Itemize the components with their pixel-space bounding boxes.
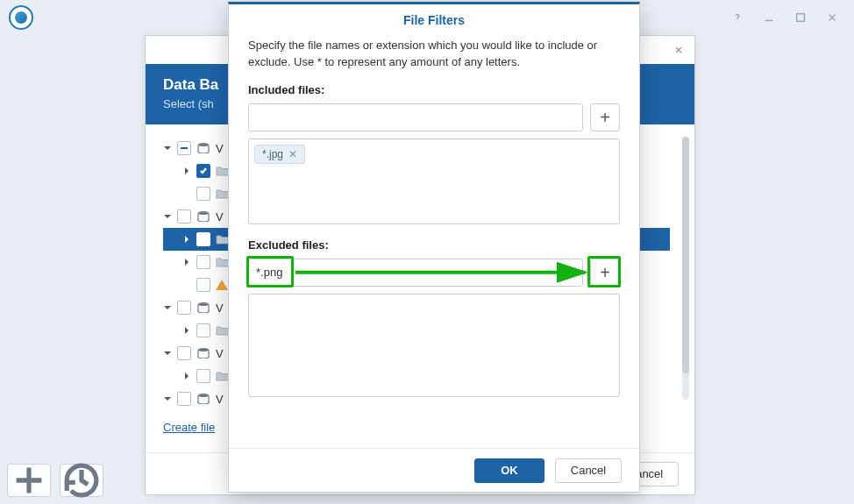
chevron-down-icon[interactable] xyxy=(163,394,172,403)
warning-icon xyxy=(216,280,228,290)
chevron-right-icon[interactable] xyxy=(182,326,191,335)
included-files-input[interactable] xyxy=(248,103,583,131)
file-filters-dialog: File Filters Specify the file names or e… xyxy=(228,2,640,493)
wizard-close-icon[interactable] xyxy=(670,41,687,59)
dialog-footer: OK Cancel xyxy=(229,448,639,492)
chevron-right-icon[interactable] xyxy=(182,235,191,244)
desktop: Data Ba Select (sh VpvVFNVvVcV Create fi… xyxy=(0,0,854,504)
svg-point-2 xyxy=(198,143,209,146)
dialog-cancel-button[interactable]: Cancel xyxy=(555,458,622,483)
volume-icon xyxy=(196,143,210,153)
tree-label: V xyxy=(216,210,224,224)
excluded-files-list[interactable] xyxy=(248,294,620,397)
tree-label: V xyxy=(216,347,224,360)
window-controls xyxy=(728,8,845,27)
tree-checkbox[interactable] xyxy=(196,187,210,201)
tree-checkbox[interactable] xyxy=(177,141,191,155)
dialog-title: File Filters xyxy=(229,4,639,32)
spacer-icon xyxy=(182,189,191,198)
tree-label: V xyxy=(216,302,224,315)
tree-checkbox[interactable] xyxy=(196,323,210,337)
svg-point-3 xyxy=(198,211,209,215)
svg-point-6 xyxy=(198,394,209,397)
help-icon[interactable] xyxy=(728,8,747,27)
chevron-down-icon[interactable] xyxy=(163,144,172,153)
volume-icon xyxy=(196,211,210,222)
tree-label: V xyxy=(216,393,224,406)
tree-checkbox[interactable] xyxy=(177,209,191,224)
history-button[interactable] xyxy=(60,464,103,497)
tree-checkbox[interactable] xyxy=(196,255,210,269)
app-logo-icon xyxy=(9,5,33,30)
maximize-icon[interactable] xyxy=(791,8,810,27)
tree-checkbox[interactable] xyxy=(196,232,210,246)
chevron-down-icon[interactable] xyxy=(163,212,172,221)
tree-checkbox[interactable] xyxy=(177,346,191,360)
svg-point-5 xyxy=(198,348,209,351)
chevron-down-icon[interactable] xyxy=(163,349,172,358)
add-excluded-button[interactable]: + xyxy=(590,259,620,287)
volume-icon xyxy=(196,348,210,358)
svg-rect-1 xyxy=(797,14,805,22)
spacer-icon xyxy=(182,280,191,289)
tree-label: V xyxy=(216,142,224,155)
left-toolbar xyxy=(7,464,103,497)
chevron-down-icon[interactable] xyxy=(163,303,172,312)
tree-checkbox[interactable] xyxy=(196,164,210,178)
excluded-files-label: Excluded files: xyxy=(248,238,620,252)
volume-icon xyxy=(196,302,210,313)
excluded-files-input[interactable] xyxy=(248,259,583,287)
create-file-filter-link[interactable]: Create file xyxy=(163,421,215,434)
chevron-right-icon[interactable] xyxy=(182,258,191,266)
tree-checkbox[interactable] xyxy=(196,278,210,292)
scrollbar-thumb[interactable] xyxy=(682,137,689,373)
add-task-button[interactable] xyxy=(7,464,51,497)
included-files-list[interactable]: *.jpg✕ xyxy=(248,138,620,224)
add-included-button[interactable]: + xyxy=(590,103,620,131)
scrollbar[interactable] xyxy=(682,137,689,400)
svg-point-0 xyxy=(737,20,737,21)
minimize-icon[interactable] xyxy=(759,8,779,27)
volume-icon xyxy=(196,394,210,404)
ok-button[interactable]: OK xyxy=(474,458,544,483)
filter-chip[interactable]: *.jpg✕ xyxy=(254,145,305,164)
chip-remove-icon[interactable]: ✕ xyxy=(288,148,297,160)
chevron-right-icon[interactable] xyxy=(182,167,191,175)
chevron-right-icon[interactable] xyxy=(182,372,191,380)
included-files-label: Included files: xyxy=(248,83,620,96)
chip-label: *.jpg xyxy=(262,148,283,160)
svg-point-4 xyxy=(198,302,209,306)
tree-checkbox[interactable] xyxy=(177,392,191,406)
close-icon[interactable] xyxy=(822,8,842,27)
tree-checkbox[interactable] xyxy=(177,301,191,315)
tree-checkbox[interactable] xyxy=(196,369,210,383)
dialog-description: Specify the file names or extension whic… xyxy=(248,38,620,71)
